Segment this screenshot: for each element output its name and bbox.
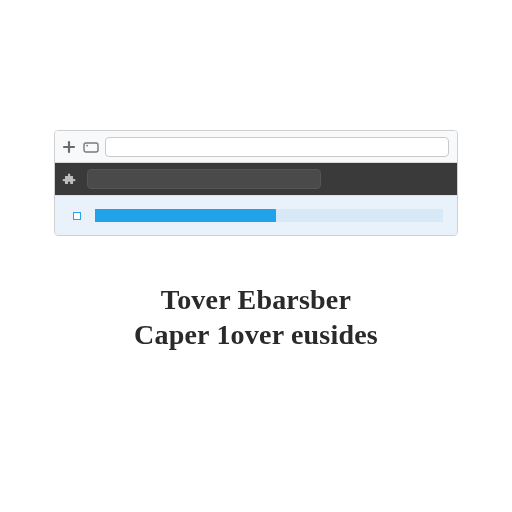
puzzle-icon[interactable] <box>61 171 77 187</box>
browser-panel <box>54 130 458 236</box>
tab-icon[interactable] <box>83 139 99 155</box>
checkbox-marker[interactable] <box>73 212 81 220</box>
svg-rect-0 <box>84 143 98 152</box>
toolbar-dark <box>55 163 457 195</box>
svg-point-1 <box>86 144 88 146</box>
caption-line-2: Caper 1over eusides <box>134 317 378 352</box>
progress-row <box>55 195 457 235</box>
plus-icon[interactable] <box>61 139 77 155</box>
address-input-dark[interactable] <box>87 169 321 189</box>
progress-bar <box>95 209 443 222</box>
progress-fill <box>95 209 276 222</box>
caption-line-1: Tover Ebarsber <box>134 282 378 317</box>
address-input-light[interactable] <box>105 137 449 157</box>
toolbar-light <box>55 131 457 163</box>
caption-text: Tover Ebarsber Caper 1over eusides <box>134 282 378 352</box>
